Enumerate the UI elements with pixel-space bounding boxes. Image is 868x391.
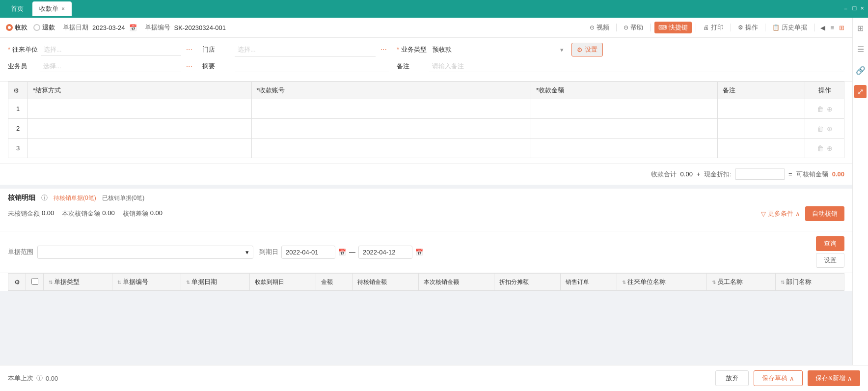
tab-receipt[interactable]: 收款单 × (32, 1, 72, 16)
account-cell[interactable] (251, 99, 531, 119)
calendar-icon[interactable]: 📅 (129, 24, 137, 31)
more-conditions-btn[interactable]: ▽ 更多条件 ∧ (761, 209, 800, 218)
business-type-field: * 业务类型 预收款 ▾ (397, 43, 564, 56)
action-cell: 🗑 ⊕ (805, 119, 844, 139)
radio-refund[interactable]: 退款 (33, 23, 55, 32)
payment-cell[interactable] (28, 119, 252, 139)
bottom-col-pending: 待核销金额 (353, 274, 419, 291)
business-type-chevron[interactable]: ▾ (560, 46, 564, 54)
settings-btn[interactable]: ⚙ 设置 (571, 43, 603, 56)
sidebar-list-icon[interactable]: ☰ (855, 43, 866, 56)
chevron-up-icon: ∧ (795, 210, 800, 218)
current-verif-value: 0.00 (102, 209, 114, 218)
select-all-checkbox[interactable] (31, 278, 38, 285)
summary-row: 收款合计 0.00 + 现金折扣: = 可核销金额 0.00 (0, 163, 852, 185)
sidebar-table-icon[interactable]: ⊞ (855, 22, 866, 35)
abandon-btn[interactable]: 放弃 (715, 370, 749, 386)
delete-icon[interactable]: 🗑 (817, 125, 824, 133)
store-input[interactable]: 选择... (235, 43, 376, 56)
staff-input[interactable] (40, 60, 181, 72)
top-toolbar: 收款 退款 单据日期 2023-03-24 📅 单据编号 SK-20230324… (0, 18, 852, 38)
date-to-input[interactable] (358, 246, 412, 259)
help-btn[interactable]: ⊙ 帮助 (621, 22, 646, 33)
bottom-col-number: ⇅ 单据编号 (112, 274, 181, 291)
discount-input[interactable] (735, 168, 785, 180)
staff-label: 业务员 (8, 62, 37, 71)
bottom-col-settings[interactable]: ⚙ (8, 274, 26, 291)
amount-cell[interactable] (531, 99, 717, 119)
copy-icon[interactable]: ⊕ (827, 144, 833, 152)
save-draft-btn[interactable]: 保存草稿 ∧ (754, 370, 803, 386)
radio-receipt[interactable]: 收款 (6, 23, 27, 32)
tab-close-icon[interactable]: × (61, 5, 65, 12)
video-btn[interactable]: ⊙ 视频 (587, 22, 612, 33)
grid-layout-btn[interactable]: ⊞ (837, 23, 846, 32)
account-cell[interactable] (251, 119, 531, 139)
staff-dots-btn[interactable]: ··· (184, 62, 194, 71)
tab-receipt-label: 收款单 (39, 4, 58, 13)
payment-cell[interactable] (28, 99, 252, 119)
date-from-input[interactable] (281, 246, 335, 259)
action-cell: 🗑 ⊕ (805, 139, 844, 158)
delete-icon[interactable]: 🗑 (817, 105, 824, 113)
shortcut-btn[interactable]: ⌨ 快捷键 (654, 22, 692, 33)
maximize-btn[interactable]: □ (853, 4, 857, 13)
gear-icon: ⚙ (577, 46, 583, 54)
range-label: 单据范围 (8, 248, 33, 256)
done-tab[interactable]: 已核销单据(0笔) (102, 194, 145, 202)
save-new-btn[interactable]: 保存&新增 ∧ (808, 370, 860, 386)
footer: 本单上次 ⓘ 0.00 放弃 保存草稿 ∧ 保存&新增 ∧ (0, 365, 868, 391)
list-layout-btn[interactable]: ≡ (828, 23, 836, 32)
bottom-col-discount: 折扣分摊额 (494, 274, 561, 291)
remark-cell[interactable] (717, 99, 805, 119)
net-label: 可核销金额 (796, 170, 828, 179)
filter-settings-btn[interactable]: 设置 (816, 253, 844, 268)
prev-label: 本单上次 (8, 374, 33, 383)
summary-input[interactable] (235, 60, 389, 72)
query-btn[interactable]: 查询 (816, 236, 844, 251)
partner-input[interactable] (41, 44, 181, 56)
close-btn[interactable]: × (860, 4, 864, 13)
delete-icon[interactable]: 🗑 (817, 144, 824, 152)
verif-title: 核销明细 (8, 194, 35, 202)
minimize-btn[interactable]: － (842, 4, 849, 13)
business-type-label: * 业务类型 (397, 45, 427, 54)
sidebar-link-icon[interactable]: 🔗 (854, 64, 868, 77)
radio-receipt-label: 收款 (15, 23, 27, 32)
calendar-from-icon[interactable]: 📅 (338, 249, 346, 256)
table-col-amount: *收款金额 (531, 82, 717, 99)
save-draft-chevron: ∧ (789, 375, 794, 382)
operation-btn[interactable]: ⚙ 操作 (735, 22, 761, 33)
auto-verify-btn[interactable]: 自动核销 (805, 206, 844, 221)
pending-tab[interactable]: 待核销单据(0笔) (54, 194, 96, 202)
info-icon[interactable]: ⓘ (41, 194, 48, 202)
staff-field: 业务员 ··· (8, 60, 194, 72)
calendar-to-icon[interactable]: 📅 (415, 249, 423, 256)
history-btn[interactable]: 📋 历史单据 (769, 22, 810, 33)
table-row: 1 🗑 ⊕ (8, 99, 844, 119)
sidebar-expand-icon[interactable]: ⤢ (854, 85, 867, 98)
payment-cell[interactable] (28, 139, 252, 158)
partner-dots-btn[interactable]: ··· (184, 45, 194, 54)
copy-icon[interactable]: ⊕ (827, 105, 833, 113)
bottom-col-current: 本次核销金额 (418, 274, 494, 291)
store-dots-btn[interactable]: ··· (379, 45, 389, 54)
copy-icon[interactable]: ⊕ (827, 125, 833, 133)
table-col-settings[interactable]: ⚙ (8, 82, 28, 99)
table-settings-icon: ⚙ (13, 87, 19, 94)
prev-layout-btn[interactable]: ◀ (818, 23, 827, 32)
data-table: ⚙ *结算方式 *收款账号 *收款金额 备注 操作 1 🗑 ⊕ (8, 82, 844, 158)
tab-home[interactable]: 首页 (4, 1, 30, 16)
range-select[interactable]: ▾ (37, 246, 253, 259)
dept-sort-icon: ⇅ (781, 279, 785, 285)
remark-cell[interactable] (717, 119, 805, 139)
amount-cell[interactable] (531, 119, 717, 139)
amount-cell[interactable] (531, 139, 717, 158)
prev-value: 0.00 (46, 375, 58, 382)
table-col-payment: *结算方式 (28, 82, 252, 99)
print-btn[interactable]: 🖨 打印 (700, 22, 727, 33)
account-cell[interactable] (251, 139, 531, 158)
remark-input[interactable] (429, 60, 844, 72)
remark-cell[interactable] (717, 139, 805, 158)
date-separator: — (349, 249, 355, 256)
